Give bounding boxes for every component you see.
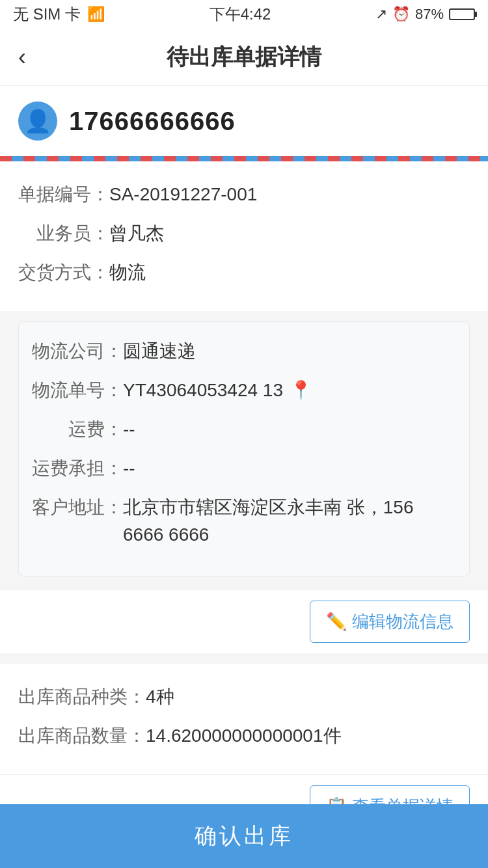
summary-section: 出库商品种类： 4种 出库商品数量： 14.620000000000001件	[0, 664, 488, 774]
carrier-text: 无 SIM 卡	[13, 4, 81, 25]
customer-address-value: 北京市市辖区海淀区永丰南 张，156 6666 6666	[123, 494, 456, 549]
status-time: 下午4:42	[210, 4, 271, 25]
user-header: 👤 17666666666	[0, 86, 488, 156]
logistics-company-row: 物流公司： 圆通速递	[19, 338, 469, 365]
logistics-company-label: 物流公司：	[32, 338, 123, 365]
edit-logistics-label: 编辑物流信息	[352, 610, 454, 633]
confirm-button-label: 确认出库	[195, 821, 293, 851]
battery-percent: 87%	[415, 6, 444, 23]
delivery-method-row: 交货方式： 物流	[18, 259, 470, 286]
order-number-label: 单据编号：	[18, 181, 109, 208]
salesperson-value: 曾凡杰	[109, 220, 470, 247]
main-content: 👤 17666666666 单据编号： SA-20191227-001 业务员：…	[0, 86, 488, 868]
status-left: 无 SIM 卡 📶	[13, 4, 105, 25]
section-gap-1	[0, 653, 488, 664]
customer-address-label: 客户地址：	[32, 494, 123, 521]
freight-bearer-value: --	[123, 455, 456, 482]
product-quantity-value: 14.620000000000001件	[146, 722, 470, 750]
freight-row: 运费： --	[19, 416, 469, 443]
status-right: ↗ ⏰ 87%	[375, 6, 475, 23]
avatar: 👤	[18, 102, 57, 141]
product-types-value: 4种	[146, 683, 470, 711]
freight-bearer-row: 运费承担： --	[19, 455, 469, 482]
product-quantity-label: 出库商品数量：	[18, 722, 146, 750]
order-info-section: 单据编号： SA-20191227-001 业务员： 曾凡杰 交货方式： 物流	[0, 161, 488, 311]
salesperson-row: 业务员： 曾凡杰	[18, 220, 470, 247]
delivery-method-value: 物流	[109, 259, 470, 286]
nav-bar: ‹ 待出库单据详情	[0, 29, 488, 86]
order-number-row: 单据编号： SA-20191227-001	[18, 181, 470, 208]
logistics-card: 物流公司： 圆通速递 物流单号： YT43064053424 13 📍 运费： …	[18, 321, 470, 576]
status-bar: 无 SIM 卡 📶 下午4:42 ↗ ⏰ 87%	[0, 0, 488, 29]
freight-value: --	[123, 416, 456, 443]
customer-address-row: 客户地址： 北京市市辖区海淀区永丰南 张，156 6666 6666	[19, 494, 469, 549]
page-title: 待出库单据详情	[167, 42, 321, 72]
logistics-company-value: 圆通速递	[123, 338, 456, 365]
product-quantity-row: 出库商品数量： 14.620000000000001件	[18, 722, 470, 750]
logistics-number-row: 物流单号： YT43064053424 13 📍	[19, 377, 469, 404]
dashed-divider	[0, 156, 488, 161]
user-phone: 17666666666	[69, 107, 236, 136]
order-number-value: SA-20191227-001	[109, 181, 470, 208]
logistics-number-text: YT43064053424 13	[123, 377, 283, 404]
freight-label: 运费：	[32, 416, 123, 443]
logistics-number-label: 物流单号：	[32, 377, 123, 404]
edit-icon: ✏️	[326, 612, 347, 632]
user-icon: 👤	[24, 108, 51, 134]
wifi-icon: 📶	[87, 6, 105, 23]
freight-bearer-label: 运费承担：	[32, 455, 123, 482]
battery-bar	[449, 8, 475, 20]
edit-logistics-row: ✏️ 编辑物流信息	[0, 590, 488, 653]
edit-logistics-button[interactable]: ✏️ 编辑物流信息	[310, 601, 470, 643]
map-pin-icon[interactable]: 📍	[290, 377, 312, 404]
confirm-bar[interactable]: 确认出库	[0, 804, 488, 868]
alarm-icon: ⏰	[392, 6, 410, 23]
product-types-label: 出库商品种类：	[18, 683, 146, 711]
delivery-method-label: 交货方式：	[18, 259, 109, 286]
location-status-icon: ↗	[375, 6, 387, 23]
product-types-row: 出库商品种类： 4种	[18, 683, 470, 711]
back-button[interactable]: ‹	[18, 44, 26, 71]
salesperson-label: 业务员：	[18, 220, 109, 247]
logistics-number-value: YT43064053424 13 📍	[123, 377, 456, 404]
